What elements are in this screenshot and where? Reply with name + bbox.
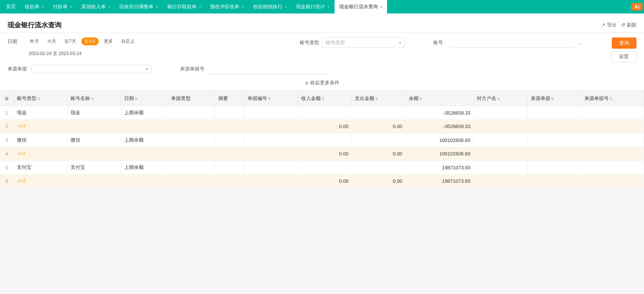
col-doc-no[interactable]: 单据编号⇅ xyxy=(244,91,298,106)
account-type-cell: 小计 xyxy=(14,175,67,188)
date-range-display: 2023-02-24 至 2023-03-24 xyxy=(29,51,81,57)
sort-icon: ⇅ xyxy=(497,97,500,101)
row-index-cell: 5 xyxy=(0,161,14,175)
doc-type-cell xyxy=(168,133,215,147)
expense-cell xyxy=(352,161,405,175)
date-1month[interactable]: 近1月 xyxy=(81,37,99,45)
nav-label-home: 首页 xyxy=(6,3,16,10)
table-row[interactable]: 5 支付宝 支付宝 上期余额 19871073.60 xyxy=(0,161,644,175)
income-cell: 0.00 xyxy=(298,120,351,133)
refresh-button[interactable]: ↺ 刷新 xyxy=(621,22,636,28)
account-name-cell xyxy=(67,147,121,161)
sort-icon: ⇅ xyxy=(551,97,554,101)
filter-area: 日期 昨天 今天 近7天 近1月 更多 自定义 2023-02-24 至 202… xyxy=(0,33,644,91)
doc-type-cell xyxy=(168,120,215,133)
sort-icon: ⇅ xyxy=(37,97,40,101)
nav-label-payment: 付款单 xyxy=(53,3,68,10)
nav-item-payment[interactable]: 付款单 × xyxy=(48,0,77,13)
source-doc-no-cell xyxy=(581,147,644,161)
source-doc-no-input[interactable] xyxy=(207,64,327,74)
close-icon[interactable]: × xyxy=(327,4,330,9)
account-input[interactable] xyxy=(451,37,573,48)
date-cell: 上期余额 xyxy=(121,133,168,147)
close-icon[interactable]: × xyxy=(199,4,201,9)
nav-item-bank-flow[interactable]: 现金银行流水查询 × xyxy=(335,0,387,13)
row-index-cell: 3 xyxy=(0,133,14,147)
close-icon[interactable]: × xyxy=(42,4,44,9)
summary-cell xyxy=(215,133,244,147)
query-button[interactable]: 查询 xyxy=(612,37,636,49)
table-row[interactable]: 2 小计 0.00 0.00 -3528659.33 xyxy=(0,120,644,133)
account-name-cell: 支付宝 xyxy=(67,161,121,175)
col-balance[interactable]: 余额⇅ xyxy=(405,91,474,106)
close-icon[interactable]: × xyxy=(156,4,158,9)
nav-item-collection[interactable]: 收款核销执行 × xyxy=(249,0,291,13)
nav-item-other-income[interactable]: 其他收入单 × xyxy=(77,0,115,13)
col-income[interactable]: 收入金额⇅ xyxy=(298,91,351,106)
date-more[interactable]: 更多 xyxy=(101,37,116,45)
account-name-cell xyxy=(67,120,121,133)
nav-item-adjust[interactable]: 应收应付调整单 × xyxy=(115,0,162,13)
sort-icon: ⇅ xyxy=(91,97,94,101)
nav-label-bank-flow: 现金银行流水查询 xyxy=(339,3,378,10)
nav-item-bank-stat[interactable]: 现金银行统计 × xyxy=(291,0,334,13)
col-source-doc[interactable]: 来源单据⇅ xyxy=(527,91,581,106)
nav-label-other-income: 其他收入单 xyxy=(81,3,106,10)
account-type-cell: 微信 xyxy=(14,133,67,147)
table-row[interactable]: 3 微信 微信 上期余额 100102606.60 xyxy=(0,133,644,147)
nav-label-adjust: 应收应付调整单 xyxy=(119,3,153,10)
close-icon[interactable]: × xyxy=(242,4,244,9)
close-icon[interactable]: × xyxy=(285,4,287,9)
col-counterparty[interactable]: 对方户名⇅ xyxy=(474,91,527,106)
date-yesterday[interactable]: 昨天 xyxy=(27,37,42,45)
row-index-cell: 6 xyxy=(0,175,14,188)
account-type-select[interactable]: 账号类型 ▾ xyxy=(322,37,405,48)
date-7days[interactable]: 近7天 xyxy=(62,37,79,45)
col-expense[interactable]: 支出金额⇅ xyxy=(352,91,405,106)
table-row[interactable]: 4 小计 0.00 0.00 100102606.60 xyxy=(0,147,644,161)
nav-item-home[interactable]: 首页 xyxy=(2,0,20,13)
date-label: 日期 xyxy=(8,38,23,45)
source-doc-select[interactable]: ▾ xyxy=(32,65,152,73)
row-index-cell: 4 xyxy=(0,147,14,161)
collapse-conditions-button[interactable]: ∧ 收起更多条件 xyxy=(8,78,636,88)
col-summary[interactable]: 摘要 xyxy=(215,91,244,106)
account-type-cell: 现金 xyxy=(17,110,27,115)
doc-no-cell xyxy=(244,133,298,147)
date-cell xyxy=(121,147,168,161)
table-row[interactable]: 6 小计 0.00 0.00 19871073.60 xyxy=(0,175,644,188)
doc-type-cell xyxy=(168,175,215,188)
close-icon[interactable]: × xyxy=(108,4,110,9)
filter-top: 日期 昨天 今天 近7天 近1月 更多 自定义 2023-02-24 至 202… xyxy=(8,37,636,62)
counterparty-cell xyxy=(474,106,527,120)
col-date[interactable]: 日期⇅ xyxy=(121,91,168,106)
doc-type-cell xyxy=(168,161,215,175)
ai-badge[interactable]: Ai xyxy=(631,3,642,10)
nav-item-advance[interactable]: 预收冲应收单 × xyxy=(206,0,248,13)
nav-label-receipt: 收款单 xyxy=(25,3,39,10)
close-icon[interactable]: × xyxy=(70,4,72,9)
table-row[interactable]: 1 现金 现金 上期余额 -3528659.33 xyxy=(0,106,644,120)
close-icon[interactable]: × xyxy=(380,4,383,9)
col-account-name[interactable]: 账号名称⇅ xyxy=(67,91,121,106)
source-doc-cell xyxy=(527,106,581,120)
col-account-type[interactable]: 账号类型⇅ xyxy=(14,91,67,106)
expense-cell xyxy=(352,133,405,147)
nav-item-bank-deposit[interactable]: 银行存取款单 × xyxy=(163,0,206,13)
header-actions: ↗ 导出 ↺ 刷新 xyxy=(601,22,636,28)
gear-header[interactable]: ⚙ xyxy=(0,91,14,106)
doc-no-cell xyxy=(244,106,298,120)
source-doc-no-cell xyxy=(581,120,644,133)
nav-item-receipt[interactable]: 收款单 × xyxy=(20,0,48,13)
settings-button[interactable]: 设置 xyxy=(611,51,636,62)
date-today[interactable]: 今天 xyxy=(44,37,59,45)
export-button[interactable]: ↗ 导出 xyxy=(601,22,617,28)
col-source-doc-no[interactable]: 来源单据号⇅ xyxy=(581,91,644,106)
nav-label-collection: 收款核销执行 xyxy=(253,3,282,10)
more-options-button[interactable]: ... xyxy=(576,39,584,46)
filter-middle: 账号类型 账号类型 ▾ 账号 ... xyxy=(300,37,584,52)
data-table: ⚙ 账号类型⇅ 账号名称⇅ 日期⇅ 单据类型 摘要 单据编号⇅ 收入金额⇅ 支出… xyxy=(0,91,644,188)
col-doc-type[interactable]: 单据类型 xyxy=(168,91,215,106)
date-range-row: 2023-02-24 至 2023-03-24 xyxy=(26,51,292,57)
date-custom[interactable]: 自定义 xyxy=(118,37,138,45)
